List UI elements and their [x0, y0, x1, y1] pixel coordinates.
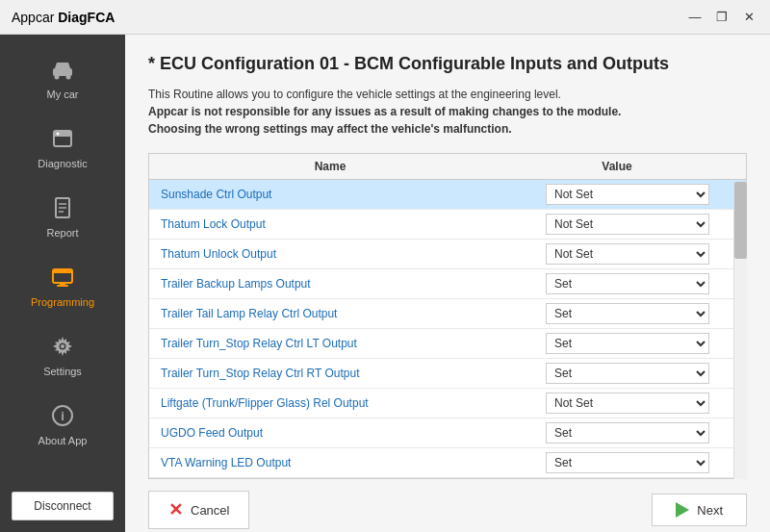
cancel-label: Cancel	[191, 503, 229, 518]
row-value-cell: Not SetSet	[534, 418, 746, 447]
sidebar-item-diagnostic[interactable]: Diagnostic	[0, 112, 125, 181]
table-body: Sunshade Ctrl OutputNot SetSetThatum Loc…	[149, 180, 746, 478]
restore-button[interactable]: ❐	[712, 8, 732, 27]
table-row[interactable]: Trailer Turn_Stop Relay Ctrl LT OutputNo…	[149, 329, 746, 359]
svg-point-2	[55, 75, 60, 80]
sidebar-label-diagnostic: Diagnostic	[38, 158, 87, 169]
svg-rect-13	[57, 285, 68, 287]
sidebar-item-my-car[interactable]: My car	[0, 42, 125, 112]
value-select[interactable]: Not SetSet	[546, 393, 709, 414]
value-select[interactable]: Not SetSet	[546, 273, 709, 294]
value-select[interactable]: Not SetSet	[546, 333, 709, 354]
table-row[interactable]: Liftgate (Trunk/Flipper Glass) Rel Outpu…	[149, 389, 746, 418]
row-value-cell: Not SetSet	[534, 359, 746, 388]
value-select[interactable]: Not SetSet	[546, 184, 709, 205]
value-select[interactable]: Not SetSet	[546, 422, 709, 443]
close-button[interactable]: ✕	[739, 8, 758, 27]
table-row[interactable]: UGDO Feed OutputNot SetSet	[149, 418, 746, 448]
sidebar: My car Diagnostic Report	[0, 35, 125, 532]
row-name-cell[interactable]: Trailer Turn_Stop Relay Ctrl RT Output	[149, 363, 534, 384]
svg-point-17	[61, 344, 64, 348]
sidebar-label-programming: Programming	[31, 296, 94, 308]
svg-rect-12	[53, 269, 72, 273]
next-label: Next	[697, 503, 723, 518]
next-icon	[676, 502, 689, 518]
config-table: Name Value Sunshade Ctrl OutputNot SetSe…	[148, 153, 747, 479]
svg-text:i: i	[61, 409, 64, 423]
row-name-cell[interactable]: UGDO Feed Output	[149, 422, 534, 443]
row-value-cell: Not SetSet	[534, 299, 746, 328]
scroll-col-header	[723, 154, 746, 179]
value-select[interactable]: Not SetSet	[546, 303, 709, 324]
sidebar-item-programming[interactable]: Programming	[0, 250, 125, 319]
row-value-cell: Not SetSet	[534, 448, 746, 477]
title-bar-left: Appcar DiagFCA	[12, 10, 115, 25]
title-bar: Appcar DiagFCA — ❐ ✕	[0, 0, 770, 35]
table-row[interactable]: Trailer Backup Lamps OutputNot SetSet	[149, 269, 746, 299]
warning-text: This Routine allows you to configure the…	[148, 86, 747, 138]
sidebar-label-about-app: About App	[38, 435, 88, 446]
disconnect-button[interactable]: Disconnect	[12, 492, 114, 520]
value-select[interactable]: Not SetSet	[546, 243, 709, 265]
row-value-cell: Not SetSet	[534, 180, 746, 209]
row-value-cell: Not SetSet	[534, 210, 746, 239]
svg-point-6	[57, 133, 60, 136]
table-row[interactable]: Trailer Turn_Stop Relay Ctrl RT OutputNo…	[149, 359, 746, 389]
row-value-cell: Not SetSet	[534, 240, 746, 268]
sidebar-label-my-car: My car	[47, 89, 79, 100]
description2: Appcar is not responsible for any issues…	[148, 105, 621, 118]
row-name-cell[interactable]: Trailer Backup Lamps Output	[149, 273, 534, 294]
svg-rect-14	[60, 283, 65, 285]
main-layout: My car Diagnostic Report	[0, 35, 770, 532]
report-icon	[47, 192, 78, 223]
page-title: * ECU Configuration 01 - BCM Configurabl…	[148, 54, 747, 74]
table-row[interactable]: Thatum Unlock OutputNot SetSet	[149, 240, 746, 269]
row-value-cell: Not SetSet	[534, 389, 746, 418]
sidebar-label-report: Report	[46, 227, 78, 239]
disconnect-area: Disconnect	[0, 480, 125, 532]
sidebar-item-settings[interactable]: Settings	[0, 319, 125, 389]
minimize-button[interactable]: —	[685, 8, 705, 27]
description1: This Routine allows you to configure the…	[148, 88, 561, 101]
scrollbar[interactable]	[733, 182, 747, 479]
table-row[interactable]: Trailer Tail Lamp Relay Ctrl OutputNot S…	[149, 299, 746, 329]
svg-marker-1	[55, 63, 70, 68]
table-row[interactable]: VTA Warning LED OutputNot SetSet	[149, 448, 746, 478]
programming-icon	[47, 262, 78, 292]
window-controls: — ❐ ✕	[685, 8, 758, 27]
sidebar-item-report[interactable]: Report	[0, 181, 125, 250]
table-wrapper: Name Value Sunshade Ctrl OutputNot SetSe…	[148, 153, 747, 479]
diagnostic-icon	[47, 123, 78, 154]
row-value-cell: Not SetSet	[534, 269, 746, 298]
svg-point-3	[66, 75, 71, 80]
about-icon: i	[47, 400, 78, 431]
car-icon	[47, 54, 78, 85]
value-select[interactable]: Not SetSet	[546, 363, 709, 384]
sidebar-label-settings: Settings	[43, 366, 82, 377]
table-header: Name Value	[149, 154, 746, 180]
row-name-cell[interactable]: Thatum Lock Output	[149, 214, 534, 235]
row-name-cell[interactable]: Sunshade Ctrl Output	[149, 184, 534, 205]
row-name-cell[interactable]: Liftgate (Trunk/Flipper Glass) Rel Outpu…	[149, 393, 534, 414]
row-name-cell[interactable]: Trailer Turn_Stop Relay Ctrl LT Output	[149, 333, 534, 354]
value-select[interactable]: Not SetSet	[546, 452, 709, 473]
description3: Choosing the wrong settings may affect t…	[148, 122, 512, 136]
sidebar-item-about-app[interactable]: i About App	[0, 389, 125, 458]
table-row[interactable]: Thatum Lock OutputNot SetSet	[149, 210, 746, 240]
name-column-header: Name	[149, 154, 511, 179]
row-value-cell: Not SetSet	[534, 329, 746, 358]
next-button[interactable]: Next	[652, 494, 747, 526]
footer: ✕ Cancel Next	[148, 491, 747, 529]
row-name-cell[interactable]: Thatum Unlock Output	[149, 243, 534, 265]
cancel-button[interactable]: ✕ Cancel	[148, 491, 249, 529]
value-column-header: Value	[511, 154, 723, 179]
scrollbar-thumb[interactable]	[734, 182, 747, 259]
row-name-cell[interactable]: Trailer Tail Lamp Relay Ctrl Output	[149, 303, 534, 324]
value-select[interactable]: Not SetSet	[546, 214, 709, 235]
settings-icon	[47, 331, 78, 362]
cancel-icon: ✕	[168, 499, 183, 520]
content-area: * ECU Configuration 01 - BCM Configurabl…	[125, 35, 770, 532]
row-name-cell[interactable]: VTA Warning LED Output	[149, 452, 534, 473]
table-row[interactable]: Sunshade Ctrl OutputNot SetSet	[149, 180, 746, 210]
app-title: Appcar DiagFCA	[12, 10, 115, 25]
